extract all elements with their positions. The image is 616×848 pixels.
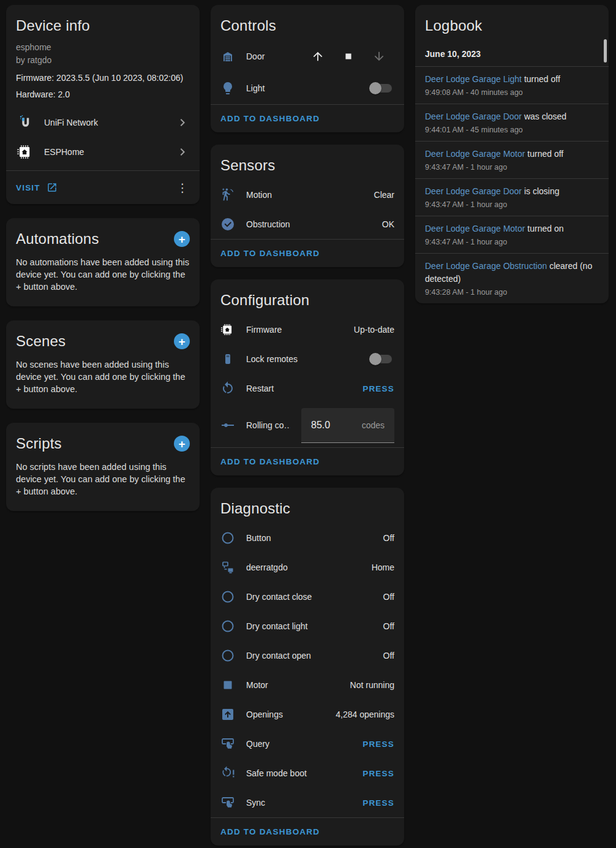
lock-remotes-row: Lock remotes [211,344,404,374]
lightbulb-icon [220,81,235,96]
configuration-card: Configuration [211,279,404,475]
rolling-code-value: 85.0 [311,420,330,431]
device-firmware: Firmware: 2023.5.5 (Jun 10 2023, 08:02:0… [6,66,200,83]
firmware-row: Firmware Up-to-date [211,315,404,344]
automations-card: Automations + No automations have been a… [6,218,200,306]
integration-row-unifi[interactable]: UniFi Network [6,108,200,137]
visit-button[interactable]: VISIT [16,182,58,193]
entry-action: was closed [524,112,566,121]
add-scene-button[interactable]: + [174,333,190,349]
entry-time: 9:44:01 AM - 45 minutes ago [425,124,599,135]
add-to-dashboard-button[interactable]: ADD TO DASHBOARD [220,249,320,258]
open-in-new-icon [47,182,58,193]
entity-link[interactable]: Deer Lodge Garage Door [425,186,522,196]
add-to-dashboard-button[interactable]: ADD TO DASHBOARD [220,457,320,466]
device-info-footer: VISIT ⋮ [6,170,200,204]
entity-state: Off [383,621,394,631]
integration-row-esphome[interactable]: ESPHome [6,137,200,167]
safe-mode-boot-press-button[interactable]: PRESS [362,769,394,778]
restart-row: Restart PRESS [211,374,404,403]
door-stop-button[interactable] [333,44,364,69]
integration-label: ESPHome [44,147,165,157]
rolling-code-input[interactable]: 85.0 codes [301,408,394,443]
diagnostic-row-dry-contact-close: Dry contact close Off [211,582,404,611]
door-label: Door [246,51,291,61]
restart-press-button[interactable]: PRESS [362,384,394,393]
sensors-title: Sensors [211,145,404,180]
sensor-state: OK [382,219,394,229]
logbook-entry: Deer Lodge Garage Door is closing 9:43:4… [415,178,609,216]
logbook-entry: Deer Lodge Garage Motor turned off 9:43:… [415,141,609,178]
scripts-card: Scripts + No scripts have been added usi… [6,423,200,511]
unifi-logo-icon [16,113,34,132]
overflow-menu-icon[interactable]: ⋮ [175,182,190,194]
sensors-footer: ADD TO DASHBOARD [211,239,404,267]
light-toggle[interactable] [371,84,392,93]
door-close-button[interactable] [364,44,394,69]
logbook-scrollbar[interactable] [604,39,607,62]
controls-footer: ADD TO DASHBOARD [211,104,404,132]
automations-title: Automations [6,218,109,254]
query-press-button[interactable]: PRESS [362,740,394,749]
light-label: Light [246,83,360,93]
circle-outline-icon [220,648,235,663]
lock-remotes-toggle[interactable] [371,355,392,363]
entity-name: deerratgdo [246,562,361,572]
sensor-label: Obstruction [246,219,371,229]
entry-time: 9:43:47 AM - 1 hour ago [425,237,599,248]
gesture-tap-icon [220,795,235,810]
restart-alert-icon [220,766,235,781]
scenes-title: Scenes [6,320,75,356]
entity-name: Motor [246,680,339,690]
scripts-empty-text: No scripts have been added using this de… [6,458,200,511]
entity-link[interactable]: Deer Lodge Garage Motor [425,149,525,159]
entity-link[interactable]: Deer Lodge Garage Obstruction [425,261,547,271]
network-icon [220,560,235,575]
device-info-title: Device info [6,5,200,40]
logbook-date: June 10, 2023 [415,40,609,66]
add-to-dashboard-button[interactable]: ADD TO DASHBOARD [220,114,320,123]
entry-action: is closing [524,186,560,196]
circle-outline-icon [220,589,235,604]
diagnostic-row-dry-contact-open: Dry contact open Off [211,641,404,670]
remote-icon [220,352,235,366]
entity-link[interactable]: Deer Lodge Garage Light [425,74,522,84]
entity-link[interactable]: Deer Lodge Garage Motor [425,224,525,233]
restart-icon [220,381,235,396]
sync-press-button[interactable]: PRESS [362,798,394,808]
chevron-right-icon [175,115,190,130]
entry-time: 9:43:47 AM - 1 hour ago [425,162,599,173]
entry-action: turned off [524,74,560,84]
motion-sensor-icon [220,187,235,202]
entity-link[interactable]: Deer Lodge Garage Door [425,112,522,121]
sensors-card: Sensors Motion Clear Obstruction OK ADD … [211,145,404,267]
entity-name: Sync [246,798,351,808]
configuration-footer: ADD TO DASHBOARD [211,447,404,475]
chevron-right-icon [175,145,190,159]
scenes-empty-text: No scenes have been added using this dev… [6,356,200,409]
entry-time: 9:43:47 AM - 1 hour ago [425,199,599,210]
controls-card: Controls Door Light [211,5,404,132]
device-name: esphome [6,40,200,53]
esphome-logo-icon [16,143,34,161]
diagnostic-footer: ADD TO DASHBOARD [211,817,404,846]
logbook-card: Logbook June 10, 2023 Deer Lodge Garage … [415,5,609,303]
add-to-dashboard-button[interactable]: ADD TO DASHBOARD [220,827,320,836]
gesture-tap-icon [220,736,235,751]
config-state: Up-to-date [354,325,394,335]
diagnostic-row-button: Button Off [211,523,404,553]
right-column: Logbook June 10, 2023 Deer Lodge Garage … [415,5,609,303]
controls-title: Controls [211,5,404,40]
device-hardware: Hardware: 2.0 [6,83,200,99]
logbook-entry: Deer Lodge Garage Obstruction cleared (n… [415,253,609,303]
motion-row: Motion Clear [211,180,404,210]
door-open-button[interactable] [302,44,333,69]
add-automation-button[interactable]: + [174,231,190,247]
add-script-button[interactable]: + [174,436,190,452]
diagnostic-row-safe-mode-boot: Safe mode boot PRESS [211,759,404,788]
esphome-chip-icon [220,322,235,337]
logbook-entry: Deer Lodge Garage Door was closed 9:44:0… [415,104,609,141]
entity-name: Dry contact open [246,651,372,661]
square-icon [220,678,235,692]
sensor-state: Clear [374,190,394,200]
